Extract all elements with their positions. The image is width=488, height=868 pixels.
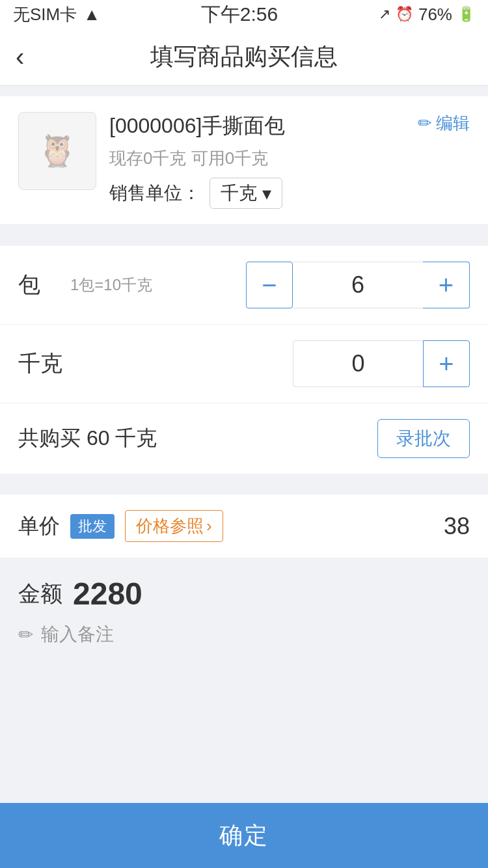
product-section: 🦉 [0000006]手撕面包 ✏ 编辑 现存0千克 可用0千克 销售单位： 千…: [0, 96, 488, 225]
remark-placeholder: 输入备注: [41, 622, 114, 647]
nav-bar: ‹ 填写商品购买信息: [0, 29, 488, 86]
location-icon: ↗: [379, 6, 390, 23]
bag-minus-button[interactable]: −: [246, 262, 293, 308]
price-row: 单价 批发 价格参照 › 38: [0, 495, 488, 558]
product-thumbnail: 🦉: [18, 112, 96, 190]
bag-qty-input[interactable]: [293, 262, 423, 308]
separator-2: [0, 474, 488, 484]
status-time: 下午2:56: [201, 1, 278, 28]
bag-qty-row: 包 1包=10千克 − +: [0, 246, 488, 325]
wifi-icon: ▲: [83, 5, 100, 25]
product-header-row: [0000006]手撕面包 ✏ 编辑: [109, 112, 470, 147]
product-thumb-icon: 🦉: [38, 133, 77, 169]
bag-label: 包: [18, 270, 70, 300]
product-stock: 现存0千克 可用0千克: [109, 147, 470, 170]
bag-plus-button[interactable]: +: [423, 262, 470, 308]
unit-value: 千克: [221, 181, 257, 206]
price-label: 单价: [18, 512, 60, 541]
status-right: ↗ ⏰ 76% 🔋: [379, 5, 475, 25]
unit-label: 销售单位：: [109, 181, 200, 206]
product-info: [0000006]手撕面包 ✏ 编辑 现存0千克 可用0千克 销售单位： 千克 …: [109, 112, 470, 209]
back-button[interactable]: ‹: [16, 42, 24, 72]
edit-icon: ✏: [418, 113, 432, 133]
price-ref-button[interactable]: 价格参照 ›: [125, 510, 223, 542]
quantity-section: 包 1包=10千克 − + 千克 +: [0, 246, 488, 403]
price-value: 38: [444, 513, 470, 540]
amount-label: 金额: [18, 579, 62, 609]
kg-plus-button[interactable]: +: [423, 340, 470, 387]
unit-selector[interactable]: 千克 ▾: [210, 178, 282, 209]
kg-qty-input[interactable]: [293, 340, 423, 387]
summary-section: 共购买 60 千克 录批次: [0, 403, 488, 474]
confirm-button[interactable]: 确定: [0, 803, 488, 868]
pencil-icon: ✏: [18, 624, 33, 645]
edit-button[interactable]: ✏ 编辑: [418, 112, 470, 135]
product-unit-row: 销售单位： 千克 ▾: [109, 178, 470, 209]
summary-text: 共购买 60 千克: [18, 424, 157, 453]
battery-label: 76%: [418, 5, 452, 25]
kg-label: 千克: [18, 349, 293, 379]
status-bar: 无SIM卡 ▲ 下午2:56 ↗ ⏰ 76% 🔋: [0, 0, 488, 29]
battery-icon: 🔋: [457, 6, 475, 23]
amount-section: 金额 2280 ✏ 输入备注: [0, 558, 488, 660]
amount-row: 金额 2280: [18, 576, 470, 612]
kg-qty-controls: +: [293, 340, 470, 387]
price-tag: 批发: [70, 514, 115, 539]
price-ref-arrow-icon: ›: [206, 516, 212, 536]
bag-sublabel: 1包=10千克: [70, 275, 246, 295]
edit-label: 编辑: [436, 112, 470, 135]
product-name: [0000006]手撕面包: [109, 112, 285, 141]
price-ref-label: 价格参照: [136, 515, 204, 537]
price-section: 单价 批发 价格参照 › 38: [0, 495, 488, 558]
bag-qty-controls: − +: [246, 262, 470, 308]
separator-1: [0, 225, 488, 236]
status-left: 无SIM卡 ▲: [13, 3, 100, 26]
amount-value: 2280: [73, 576, 142, 612]
carrier-label: 无SIM卡: [13, 3, 77, 26]
remark-row[interactable]: ✏ 输入备注: [18, 622, 470, 660]
page-title: 填写商品购买信息: [150, 41, 338, 73]
kg-qty-row: 千克 +: [0, 325, 488, 403]
chevron-down-icon: ▾: [262, 183, 271, 204]
batch-button[interactable]: 录批次: [377, 419, 470, 458]
alarm-icon: ⏰: [396, 6, 413, 23]
